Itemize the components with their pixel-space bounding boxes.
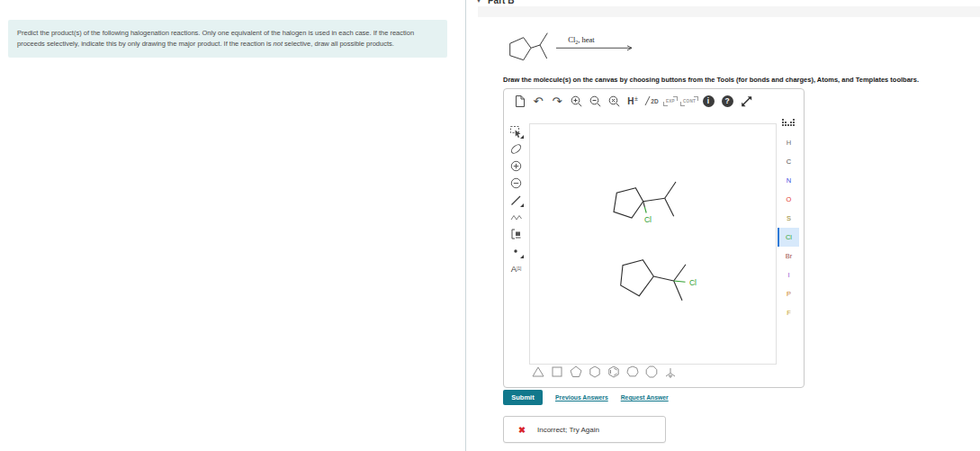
selection-tool-icon[interactable] <box>508 124 524 139</box>
atom-button-F[interactable]: F <box>778 303 799 322</box>
problem-statement: Predict the product(s) of the following … <box>8 20 447 58</box>
eraser-icon[interactable] <box>508 141 524 156</box>
new-document-icon[interactable] <box>511 93 527 109</box>
part-header[interactable]: ▼ Part B <box>476 0 514 5</box>
reagent-label: Cl2, heat <box>568 35 595 45</box>
add-remove-hydrogens-icon[interactable]: H± <box>625 93 641 109</box>
help-icon[interactable]: ? <box>719 93 735 109</box>
atom-button-S[interactable]: S <box>778 209 799 228</box>
cyclohexane-template-icon[interactable] <box>588 365 602 379</box>
zoom-in-icon[interactable] <box>568 93 584 109</box>
contract-groups-icon[interactable]: CONT <box>681 93 697 109</box>
collapse-triangle-icon[interactable]: ▼ <box>476 0 481 4</box>
zoom-reset-icon[interactable] <box>606 93 622 109</box>
clean-2d-icon[interactable]: 2D <box>643 93 660 109</box>
info-icon[interactable]: i <box>700 93 716 109</box>
feedback-message: Incorrect; Try Again <box>537 426 599 434</box>
atom-button-O[interactable]: O <box>778 190 799 209</box>
submit-button[interactable]: Submit <box>503 390 543 405</box>
problem-text-italic: not <box>274 40 283 48</box>
atom-button-N[interactable]: N <box>778 171 799 190</box>
more-templates-icon[interactable] <box>663 365 678 379</box>
incorrect-x-icon: ✖ <box>518 425 526 435</box>
fullscreen-icon[interactable] <box>738 93 754 109</box>
molecule-1 <box>614 182 676 218</box>
panel-divider <box>465 0 466 451</box>
sketcher-left-toolbar: A[1] <box>507 124 526 275</box>
molecule-1-cl-label: Cl <box>644 215 652 224</box>
atom-button-Br[interactable]: Br <box>778 247 799 266</box>
molecule-2 <box>621 260 686 301</box>
undo-icon[interactable]: ↶ <box>530 93 546 109</box>
decrease-charge-icon[interactable] <box>508 176 524 190</box>
periodic-table-icon[interactable] <box>782 116 795 131</box>
part-title: Part B <box>488 0 514 5</box>
atom-button-Cl[interactable]: Cl <box>778 228 799 247</box>
problem-text-end: selective, draw all possible products. <box>283 40 394 48</box>
sketcher-template-toolbar <box>531 365 678 379</box>
atom-properties-tool-icon[interactable]: A[1] <box>508 261 524 275</box>
reaction-arrow <box>556 46 632 50</box>
sketcher-atom-toolbar: H C N O S Cl Br I P F <box>776 116 800 322</box>
cycloheptane-template-icon[interactable] <box>625 365 640 379</box>
cyclooctane-template-icon[interactable] <box>644 365 659 379</box>
canvas-instruction: Draw the molecule(s) on the canvas by ch… <box>503 76 980 84</box>
part-header-strip <box>478 6 980 17</box>
radical-tool-icon[interactable] <box>508 244 524 258</box>
zoom-out-icon[interactable] <box>587 93 603 109</box>
chain-tool-icon[interactable] <box>508 210 524 224</box>
molecule-sketcher: ↶ ↷ H± 2D EXP CONT i <box>503 88 805 388</box>
expand-groups-icon[interactable]: EXP <box>662 93 679 109</box>
atom-button-H[interactable]: H <box>778 133 799 152</box>
previous-answers-link[interactable]: Previous Answers <box>555 394 608 401</box>
request-answer-link[interactable]: Request Answer <box>621 394 669 401</box>
screen: Predict the product(s) of the following … <box>0 0 980 451</box>
atom-button-C[interactable]: C <box>778 152 799 171</box>
benzene-template-icon[interactable] <box>607 365 621 379</box>
atom-button-I[interactable]: I <box>778 266 799 284</box>
cyclopentane-template-icon[interactable] <box>569 365 583 379</box>
cyclobutane-template-icon[interactable] <box>550 365 564 379</box>
redo-icon[interactable]: ↷ <box>549 93 565 109</box>
feedback-box: ✖ Incorrect; Try Again <box>503 416 666 443</box>
sketcher-top-toolbar: ↶ ↷ H± 2D EXP CONT i <box>511 93 754 109</box>
increase-charge-icon[interactable] <box>508 158 524 173</box>
cyclopropane-template-icon[interactable] <box>531 365 545 379</box>
actions-row: Submit Previous Answers Request Answer <box>503 390 669 405</box>
reactant-structure <box>510 33 548 60</box>
drawing-canvas[interactable]: Cl Cl <box>529 123 777 365</box>
reaction-scheme: Cl2, heat <box>500 27 644 72</box>
sgroup-abbreviation-icon[interactable] <box>508 227 524 241</box>
atom-button-P[interactable]: P <box>778 284 799 303</box>
molecule-2-cl-label: Cl <box>689 278 697 287</box>
single-bond-tool-icon[interactable] <box>508 193 524 207</box>
